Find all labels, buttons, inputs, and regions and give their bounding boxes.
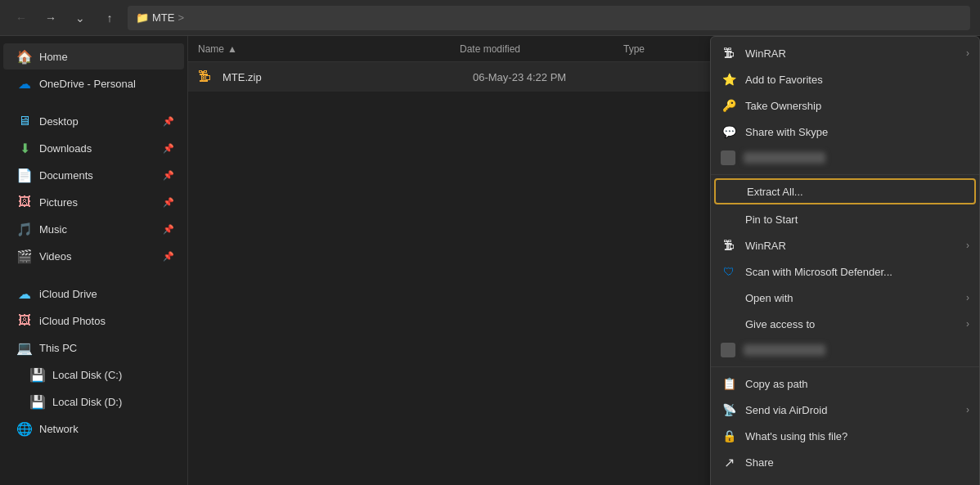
thispc-icon: 💻 xyxy=(16,340,33,356)
documents-pin: 📌 xyxy=(163,170,174,181)
diskd-icon: 💾 xyxy=(29,394,46,410)
sidebar-item-onedrive[interactable]: ☁ OneDrive - Personal xyxy=(3,70,184,97)
pictures-icon: 🖼 xyxy=(16,195,33,209)
winrar-icon: 🗜 xyxy=(721,239,737,252)
take-ownership-icon: 🔑 xyxy=(721,99,737,112)
videos-pin: 📌 xyxy=(163,251,174,262)
desktop-icon: 🖥 xyxy=(16,114,33,128)
sidebar-label-pictures: Pictures xyxy=(39,196,156,209)
sidebar-item-icloud[interactable]: ☁ iCloud Drive xyxy=(3,281,184,307)
back-button[interactable]: ← xyxy=(10,7,33,29)
ctx-item-winrar[interactable]: 🗜 WinRAR › xyxy=(711,232,979,258)
blurred-label-2 xyxy=(744,344,825,356)
sidebar-label-diskc: Local Disk (C:) xyxy=(52,369,174,381)
pictures-pin: 📌 xyxy=(163,197,174,208)
ctx-item-extract-all[interactable]: Extract All... xyxy=(714,178,976,204)
sidebar-item-home[interactable]: 🏠 Home xyxy=(3,43,184,70)
context-menu: 🗜 WinRAR › ⭐ Add to Favorites 🔑 Take Own… xyxy=(710,36,980,485)
send-airdroid-icon: 📡 xyxy=(721,403,737,416)
sidebar-item-documents[interactable]: 📄 Documents 📌 xyxy=(3,162,184,188)
winrar-arrow: › xyxy=(966,240,969,251)
blurred-icon-1 xyxy=(721,150,735,165)
ctx-item-blurred-2 xyxy=(711,337,979,363)
scan-defender-icon: 🛡 xyxy=(721,265,737,278)
downloads-pin: 📌 xyxy=(163,143,174,154)
sidebar-item-diskd[interactable]: 💾 Local Disk (D:) xyxy=(3,388,184,415)
ctx-divider-2 xyxy=(711,366,979,367)
ctx-divider-1 xyxy=(711,174,979,175)
sidebar-divider1 xyxy=(0,97,187,107)
sidebar-label-icloudphotos: iCloud Photos xyxy=(39,315,174,327)
ctx-item-send-airdroid[interactable]: 📡 Send via AirDroid › xyxy=(711,397,979,423)
ctx-item-give-access[interactable]: Give access to › xyxy=(711,311,979,337)
share-icon: ↗ xyxy=(721,455,737,470)
downloads-icon: ⬇ xyxy=(16,141,33,156)
documents-icon: 📄 xyxy=(16,168,33,183)
give-access-arrow: › xyxy=(966,318,969,330)
sidebar-divider2 xyxy=(0,270,187,280)
sidebar-label-thispc: This PC xyxy=(39,342,174,354)
sidebar-label-onedrive: OneDrive - Personal xyxy=(39,78,174,90)
sidebar-label-videos: Videos xyxy=(39,250,156,263)
sidebar-item-videos[interactable]: 🎬 Videos 📌 xyxy=(3,243,184,269)
ctx-item-winrar-top[interactable]: 🗜 WinRAR › xyxy=(711,40,979,66)
ctx-item-open-with[interactable]: Open with › xyxy=(711,285,979,311)
sidebar-item-diskc[interactable]: 💾 Local Disk (C:) xyxy=(3,362,184,388)
sidebar-label-desktop: Desktop xyxy=(39,115,156,128)
sidebar-label-icloud: iCloud Drive xyxy=(39,288,174,300)
sidebar-item-downloads[interactable]: ⬇ Downloads 📌 xyxy=(3,135,184,161)
breadcrumb[interactable]: 📁 MTE > xyxy=(128,6,970,30)
ctx-item-pin-start[interactable]: Pin to Start xyxy=(711,206,979,232)
diskc-icon: 💾 xyxy=(29,367,46,383)
ctx-item-add-favorites[interactable]: ⭐ Add to Favorites xyxy=(711,66,979,92)
breadcrumb-separator: > xyxy=(178,11,184,24)
sidebar-label-documents: Documents xyxy=(39,169,156,182)
blurred-label-1 xyxy=(744,152,825,164)
onedrive-icon: ☁ xyxy=(16,76,33,92)
recent-button[interactable]: ⌄ xyxy=(69,7,92,29)
icloud-icon: ☁ xyxy=(16,286,33,302)
ctx-item-powerrename[interactable]: ✏ PowerRename xyxy=(711,475,979,485)
music-icon: 🎵 xyxy=(16,222,33,237)
nav-bar: ← → ⌄ ↑ 📁 MTE > xyxy=(0,0,980,36)
icloudphotos-icon: 🖼 xyxy=(16,313,33,328)
sidebar-item-icloudphotos[interactable]: 🖼 iCloud Photos xyxy=(3,308,184,334)
add-favorites-icon: ⭐ xyxy=(721,73,737,86)
sidebar-label-music: Music xyxy=(39,223,156,236)
music-pin: 📌 xyxy=(163,224,174,235)
ctx-item-share-skype[interactable]: 💬 Share with Skype xyxy=(711,119,979,145)
file-name: MTE.zip xyxy=(223,71,473,83)
powerrename-icon: ✏ xyxy=(721,482,737,485)
sidebar: 🏠 Home ☁ OneDrive - Personal 🖥 Desktop 📌… xyxy=(0,36,188,485)
ctx-item-take-ownership[interactable]: 🔑 Take Ownership xyxy=(711,92,979,119)
file-date: 06-May-23 4:22 PM xyxy=(473,71,636,83)
copy-path-icon: 📋 xyxy=(721,377,737,390)
winrar-top-icon: 🗜 xyxy=(721,47,737,60)
file-area: Name ▲ Date modified Type Size 🗜 MTE.zip… xyxy=(188,36,980,485)
blurred-icon-2 xyxy=(721,343,735,357)
network-icon: 🌐 xyxy=(16,421,33,437)
up-button[interactable]: ↑ xyxy=(98,7,121,29)
sidebar-item-thispc[interactable]: 💻 This PC xyxy=(3,335,184,361)
sidebar-item-desktop[interactable]: 🖥 Desktop 📌 xyxy=(3,108,184,134)
sidebar-item-music[interactable]: 🎵 Music 📌 xyxy=(3,216,184,242)
col-header-name[interactable]: Name ▲ xyxy=(198,43,460,55)
sidebar-item-pictures[interactable]: 🖼 Pictures 📌 xyxy=(3,189,184,215)
open-with-arrow: › xyxy=(966,292,969,303)
ctx-item-copy-path[interactable]: 📋 Copy as path xyxy=(711,370,979,397)
sidebar-label-diskd: Local Disk (D:) xyxy=(52,396,174,408)
whats-using-icon: 🔒 xyxy=(721,429,737,442)
ctx-item-scan-defender[interactable]: 🛡 Scan with Microsoft Defender... xyxy=(711,258,979,285)
ctx-item-share[interactable]: ↗ Share xyxy=(711,449,979,475)
file-zip-icon: 🗜 xyxy=(198,70,216,84)
breadcrumb-mte: MTE xyxy=(152,11,174,24)
videos-icon: 🎬 xyxy=(16,249,33,264)
ctx-item-whats-using[interactable]: 🔒 What's using this file? xyxy=(711,423,979,449)
sidebar-label-home: Home xyxy=(39,51,174,63)
share-skype-icon: 💬 xyxy=(721,125,737,138)
sidebar-item-network[interactable]: 🌐 Network xyxy=(3,415,184,442)
main-layout: 🏠 Home ☁ OneDrive - Personal 🖥 Desktop 📌… xyxy=(0,36,980,485)
sidebar-label-downloads: Downloads xyxy=(39,142,156,155)
forward-button[interactable]: → xyxy=(39,7,62,29)
col-header-date[interactable]: Date modified xyxy=(460,43,623,55)
